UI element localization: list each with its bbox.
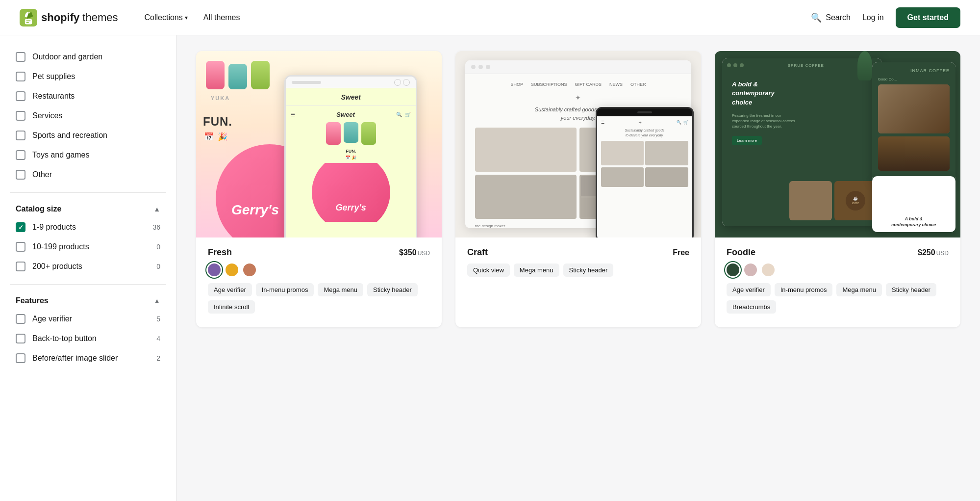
filter-toys-games[interactable]: Toys and games <box>10 145 166 165</box>
foodie-color-0[interactable] <box>727 264 739 276</box>
fresh-color-2[interactable] <box>243 264 256 276</box>
search-icon: 🔍 <box>811 12 822 23</box>
tag-mega-menu: Mega menu <box>318 283 363 296</box>
tag-age-verifier-foodie: Age verifier <box>727 283 771 296</box>
age-verifier-label: Age verifier <box>32 315 150 323</box>
catalog-10-199[interactable]: 10-199 products 0 <box>10 237 166 257</box>
theme-card-craft[interactable]: SHOPSUBSCRIPTIONSGIFT CARDSNEWSOTHER ✦ S… <box>455 51 701 327</box>
filter-restaurants[interactable]: Restaurants <box>10 86 166 106</box>
theme-card-fresh[interactable]: YUKA FUN. 📅🎉 Gerry's <box>196 51 442 327</box>
tag-breadcrumbs-foodie: Breadcrumbs <box>727 300 776 314</box>
catalog-1-9-checkbox[interactable] <box>16 222 25 232</box>
header: shopify themes Collections ▾ All themes … <box>0 0 980 35</box>
before-after-count: 2 <box>156 354 160 362</box>
catalog-size-options: 1-9 products 36 10-199 products 0 200+ p… <box>10 217 166 276</box>
sidebar: Outdoor and garden Pet supplies Restaura… <box>0 35 176 501</box>
collections-nav-item[interactable]: Collections ▾ <box>138 9 195 26</box>
foodie-color-2[interactable] <box>762 264 775 276</box>
feature-age-verifier[interactable]: Age verifier 5 <box>10 309 166 329</box>
foodie-info: Foodie $250USD Age verifier In-menu prom… <box>715 237 960 327</box>
toys-games-label: Toys and games <box>32 151 160 159</box>
logo-text: shopify themes <box>41 11 118 24</box>
catalog-10-199-checkbox[interactable] <box>16 242 25 252</box>
fresh-info: Fresh $350USD Age verifier In-menu promo… <box>196 237 442 327</box>
catalog-200plus-count: 0 <box>156 263 160 270</box>
category-filter-group: Outdoor and garden Pet supplies Restaura… <box>10 47 166 185</box>
pet-supplies-checkbox[interactable] <box>16 72 25 81</box>
before-after-checkbox[interactable] <box>16 353 25 363</box>
filter-sports-recreation[interactable]: Sports and recreation <box>10 126 166 145</box>
filter-pet-supplies[interactable]: Pet supplies <box>10 67 166 86</box>
restaurants-label: Restaurants <box>32 92 160 101</box>
all-themes-nav-item[interactable]: All themes <box>197 9 247 26</box>
age-verifier-checkbox[interactable] <box>16 314 25 324</box>
catalog-10-199-label: 10-199 products <box>32 242 150 251</box>
sports-recreation-checkbox[interactable] <box>16 131 25 140</box>
shopify-logo-icon <box>20 9 37 26</box>
before-after-label: Before/after image slider <box>32 354 150 363</box>
filter-services[interactable]: Services <box>10 106 166 126</box>
fresh-tags: Age verifier In-menu promos Mega menu St… <box>208 283 430 323</box>
theme-card-foodie[interactable]: SPRUE COFFEE ⚙↗ A bold &contemporarychoi… <box>715 51 960 327</box>
pet-supplies-label: Pet supplies <box>32 72 160 81</box>
tag-age-verifier: Age verifier <box>208 283 252 296</box>
sidebar-divider-2 <box>10 284 166 285</box>
tag-sticky-header-craft: Sticky header <box>563 264 614 277</box>
login-button[interactable]: Log in <box>862 13 884 22</box>
catalog-1-9-count: 36 <box>152 223 160 231</box>
back-to-top-label: Back-to-top button <box>32 334 150 343</box>
search-button[interactable]: 🔍 Search <box>811 12 851 23</box>
fresh-color-1[interactable] <box>226 264 238 276</box>
catalog-size-section: Catalog size ▲ 1-9 products 36 10-199 pr… <box>10 201 166 276</box>
main-nav: Collections ▾ All themes <box>138 9 811 26</box>
filter-outdoor-garden[interactable]: Outdoor and garden <box>10 47 166 67</box>
svg-rect-3 <box>26 22 29 23</box>
catalog-size-title: Catalog size <box>16 205 61 213</box>
features-header[interactable]: Features ▲ <box>10 292 166 309</box>
restaurants-checkbox[interactable] <box>16 91 25 101</box>
themes-grid: YUKA FUN. 📅🎉 Gerry's <box>196 51 960 327</box>
craft-price: Free <box>673 248 689 257</box>
logo[interactable]: shopify themes <box>20 9 118 26</box>
fresh-colors <box>208 264 430 276</box>
collections-chevron-icon: ▾ <box>185 14 188 21</box>
tag-mega-menu-craft: Mega menu <box>514 264 559 277</box>
craft-name-row: Craft Free <box>467 247 689 258</box>
fresh-preview: YUKA FUN. 📅🎉 Gerry's <box>196 51 442 237</box>
features-title: Features <box>16 296 49 305</box>
fresh-color-0[interactable] <box>208 264 221 276</box>
svg-rect-2 <box>26 20 31 21</box>
sidebar-divider-1 <box>10 192 166 193</box>
features-options: Age verifier 5 Back-to-top button 4 Befo… <box>10 309 166 368</box>
features-collapse-icon: ▲ <box>153 297 160 305</box>
toys-games-checkbox[interactable] <box>16 150 25 160</box>
catalog-size-collapse-icon: ▲ <box>153 205 160 213</box>
catalog-200plus[interactable]: 200+ products 0 <box>10 257 166 276</box>
filter-other[interactable]: Other <box>10 165 166 185</box>
foodie-color-1[interactable] <box>744 264 757 276</box>
get-started-button[interactable]: Get started <box>896 7 960 28</box>
catalog-1-9-label: 1-9 products <box>32 223 146 232</box>
craft-name: Craft <box>467 247 488 258</box>
catalog-1-9[interactable]: 1-9 products 36 <box>10 217 166 237</box>
back-to-top-checkbox[interactable] <box>16 334 25 343</box>
catalog-10-199-count: 0 <box>156 243 160 251</box>
foodie-colors <box>727 264 949 276</box>
services-label: Services <box>32 111 160 120</box>
services-checkbox[interactable] <box>16 111 25 121</box>
age-verifier-count: 5 <box>156 315 160 323</box>
features-section: Features ▲ Age verifier 5 Back-to-top bu… <box>10 292 166 368</box>
catalog-200plus-label: 200+ products <box>32 262 150 271</box>
fresh-name: Fresh <box>208 247 232 258</box>
craft-preview: SHOPSUBSCRIPTIONSGIFT CARDSNEWSOTHER ✦ S… <box>455 51 701 237</box>
feature-back-to-top[interactable]: Back-to-top button 4 <box>10 329 166 348</box>
feature-before-after[interactable]: Before/after image slider 2 <box>10 348 166 368</box>
tag-sticky-header: Sticky header <box>367 283 418 296</box>
tag-mega-menu-foodie: Mega menu <box>836 283 882 296</box>
svg-rect-1 <box>25 19 32 24</box>
other-checkbox[interactable] <box>16 170 25 180</box>
outdoor-garden-checkbox[interactable] <box>16 52 25 62</box>
catalog-size-header[interactable]: Catalog size ▲ <box>10 201 166 217</box>
catalog-200plus-checkbox[interactable] <box>16 262 25 271</box>
tag-infinite-scroll: Infinite scroll <box>208 300 255 314</box>
